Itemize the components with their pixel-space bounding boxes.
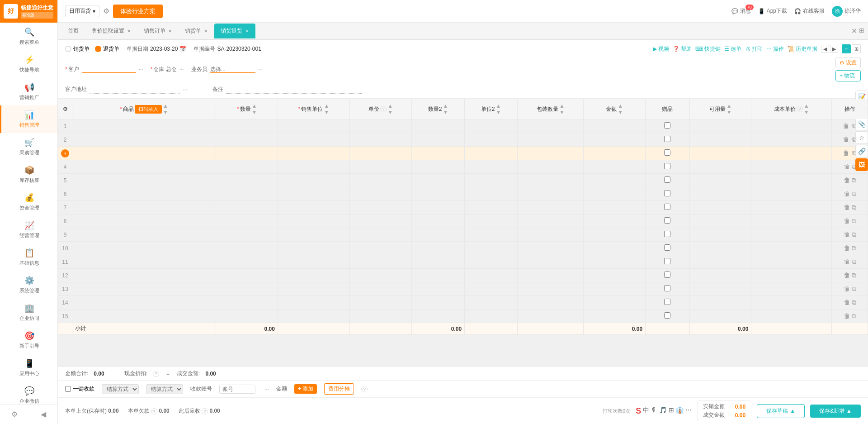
history-btn[interactable]: 📜 历史单据 xyxy=(788,45,817,53)
delete-row-btn[interactable]: 🗑 xyxy=(843,298,851,307)
address-input[interactable] xyxy=(90,85,180,94)
tab-home[interactable]: 首页 xyxy=(61,24,85,38)
account-select-btn[interactable]: ··· xyxy=(264,386,269,392)
sidebar-collapse-btn[interactable]: ◀ xyxy=(39,408,48,420)
copy-row-btn[interactable]: ⧉ xyxy=(851,257,857,267)
calc-select[interactable]: 结算方式 xyxy=(146,384,183,394)
list-view-btn[interactable]: ≡ xyxy=(842,44,851,53)
delete-row-btn[interactable]: 🗑 xyxy=(843,203,851,212)
online-service-button[interactable]: 🎧 在线客服 xyxy=(794,7,825,15)
radio-delivery[interactable]: 销货单 xyxy=(65,45,90,53)
delete-row-btn[interactable]: 🗑 xyxy=(843,216,851,225)
sidebar-item-basic[interactable]: 📋 基础信息 xyxy=(0,243,57,271)
music-icon[interactable]: 🎵 xyxy=(659,406,667,416)
video-btn[interactable]: ▶ 视频 xyxy=(653,45,669,53)
scan-btn[interactable]: 扫码录入 xyxy=(135,105,162,114)
sidebar-item-guide[interactable]: 🎯 新手引导 xyxy=(0,326,57,354)
grid2-icon[interactable]: ⊞ xyxy=(669,406,674,416)
onepay-checkbox-input[interactable] xyxy=(65,386,71,392)
grid-view-btn[interactable]: ⊞ xyxy=(852,44,861,53)
delete-row-btn[interactable]: 🗑 xyxy=(843,284,851,293)
app-download-button[interactable]: 📱 App下载 xyxy=(758,7,787,15)
customer-select-btn[interactable]: ··· xyxy=(139,66,143,72)
extra-icon[interactable]: ⋯ xyxy=(685,406,692,416)
gift-checkbox[interactable] xyxy=(664,217,670,224)
rp-star-btn[interactable]: ☆ xyxy=(855,131,868,144)
gift-checkbox[interactable] xyxy=(664,258,670,264)
zhong-icon[interactable]: 中 xyxy=(643,406,649,416)
sidebar-settings-btn[interactable]: ⚙ xyxy=(9,408,19,420)
gift-checkbox[interactable] xyxy=(664,122,670,129)
copy-row-btn[interactable]: ⧉ xyxy=(851,189,857,199)
delete-row-btn[interactable]: 🗑 xyxy=(842,121,850,130)
tab-close-icon[interactable]: ✕ xyxy=(245,29,249,33)
sidebar-item-operation[interactable]: 📈 经营管理 xyxy=(0,216,57,243)
sidebar-item-wechat[interactable]: 💬 企业微信 xyxy=(0,381,57,404)
operate-btn[interactable]: ⋯ 操作 xyxy=(766,45,784,53)
message-button[interactable]: 💬 消息 70 xyxy=(731,7,751,15)
add-row-icon[interactable]: + xyxy=(61,149,69,157)
discount-help-icon[interactable]: ? xyxy=(153,371,159,377)
delete-row-btn[interactable]: 🗑 xyxy=(842,148,850,157)
next-doc-btn[interactable]: ▶ xyxy=(830,45,838,53)
split-fee-btn[interactable]: 费用分摊 xyxy=(324,383,354,395)
delete-row-btn[interactable]: 🗑 xyxy=(843,257,851,266)
copy-row-btn[interactable]: ⧉ xyxy=(851,176,857,185)
topbar-gear-icon[interactable]: ⚙ xyxy=(103,7,109,15)
copy-row-btn[interactable]: ⧉ xyxy=(851,271,857,280)
sidebar-item-appstore[interactable]: 📱 应用中心 xyxy=(0,354,57,381)
delete-row-btn[interactable]: 🗑 xyxy=(843,271,851,280)
delete-row-btn[interactable]: 🗑 xyxy=(843,230,851,239)
warehouse-select-btn[interactable]: ··· xyxy=(179,66,184,72)
delete-row-btn[interactable]: 🗑 xyxy=(843,162,851,171)
mic-icon[interactable]: 🎙 xyxy=(651,406,657,416)
gift-checkbox[interactable] xyxy=(664,272,670,278)
gift-checkbox[interactable] xyxy=(664,190,670,196)
copy-row-btn[interactable]: ⧉ xyxy=(851,298,857,307)
calendar-icon[interactable]: 📅 xyxy=(179,46,186,52)
select-order-btn[interactable]: ☰ 选单 xyxy=(724,45,741,53)
print-btn[interactable]: 🖨 打印 xyxy=(745,45,763,53)
settings-button[interactable]: ⚙ 设置 xyxy=(835,57,861,68)
settle-select[interactable]: 结算方式 xyxy=(102,384,139,394)
gift-checkbox[interactable] xyxy=(664,244,670,251)
tab-sales-delivery[interactable]: 销货单 ✕ xyxy=(179,24,214,38)
onepay-checkbox[interactable]: 一键收款 xyxy=(65,385,94,393)
split-help-icon[interactable]: ? xyxy=(361,386,368,392)
staff-select-btn[interactable]: ··· xyxy=(258,66,263,72)
rp-image-btn[interactable]: 🖼 xyxy=(855,158,868,171)
help-icon[interactable]: ? xyxy=(380,106,387,112)
gift-checkbox[interactable] xyxy=(664,204,670,210)
sidebar-item-marketing[interactable]: 📢 营销推广 xyxy=(0,78,57,105)
copy-row-btn[interactable]: ⧉ xyxy=(851,243,857,253)
rp-link-btn[interactable]: 🔗 xyxy=(855,145,868,157)
copy-row-btn[interactable]: ⧉ xyxy=(851,230,857,239)
prev-doc-btn[interactable]: ◀ xyxy=(821,45,829,53)
address-select-btn[interactable]: ··· xyxy=(183,86,187,93)
delete-row-btn[interactable]: 🗑 xyxy=(843,311,851,320)
rp-attach-btn[interactable]: 📎 xyxy=(855,118,868,130)
sidebar-item-inventory[interactable]: 📦 库存核算 xyxy=(0,161,57,188)
gift-checkbox[interactable] xyxy=(664,163,670,169)
save-new-button[interactable]: 保存&新增 ▲ xyxy=(810,405,861,418)
sidebar-item-enterprise[interactable]: 🏢 企业协同 xyxy=(0,299,57,326)
tab-expand-icon[interactable]: ⊞ xyxy=(859,27,864,35)
delete-row-btn[interactable]: 🗑 xyxy=(842,135,850,144)
account-input[interactable] xyxy=(219,385,255,394)
sidebar-item-purchase[interactable]: 🛒 采购管理 xyxy=(0,133,57,161)
sidebar-item-finance[interactable]: 💰 资金管理 xyxy=(0,188,57,216)
tab-close-all-icon[interactable]: ✕ xyxy=(851,27,857,35)
industry-select[interactable]: 日用百货 ▾ xyxy=(65,5,99,17)
help-icon[interactable]: ? xyxy=(797,106,803,112)
gift-checkbox[interactable] xyxy=(664,285,670,291)
gift-checkbox[interactable] xyxy=(664,299,670,305)
shirt-icon[interactable]: 👔 xyxy=(676,406,684,416)
add-logistics-button[interactable]: + 物流 xyxy=(835,70,861,81)
sidebar-item-system[interactable]: ⚙️ 系统管理 xyxy=(0,271,57,299)
sidebar-item-sales[interactable]: 📊 销售管理 xyxy=(0,105,57,133)
copy-row-btn[interactable]: ⧉ xyxy=(851,216,857,226)
gift-checkbox[interactable] xyxy=(664,231,670,237)
sidebar-item-shortcut[interactable]: ⚡ 快捷导航 xyxy=(0,50,57,78)
tab-close-icon[interactable]: ✕ xyxy=(204,29,208,33)
credit-help-icon[interactable]: ? xyxy=(151,408,157,414)
